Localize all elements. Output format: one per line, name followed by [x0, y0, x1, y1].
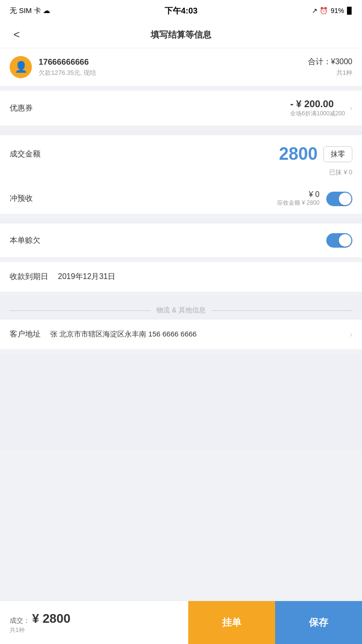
deal-amount-right: 2800 抹零 — [279, 144, 352, 164]
due-date-value: 2019年12月31日 — [58, 272, 115, 282]
separator-2 — [0, 219, 362, 224]
debit-toggle-knob — [339, 234, 351, 247]
divider-line-left — [10, 310, 151, 311]
coupon-amount: - ¥ 200.00 — [290, 98, 345, 110]
debit-section: 本单赊欠 — [0, 224, 362, 257]
debit-row: 本单赊欠 — [0, 224, 362, 257]
due-date-row: 收款到期日 2019年12月31日 — [0, 262, 362, 292]
status-right: ↗ ⏰ 91% ▉ — [312, 7, 352, 14]
deal-amount-label: 成交金额 — [10, 149, 41, 159]
bottom-summary: 成交： ¥ 2800 共1种 — [0, 611, 188, 634]
address-section: 客户地址 张 北京市市辖区海淀区永丰南 156 6666 6666 › — [0, 320, 362, 349]
debit-label: 本单赊欠 — [10, 236, 41, 246]
address-value: 张 北京市市辖区海淀区永丰南 156 6666 6666 — [50, 330, 350, 339]
nav-bar: < 填写结算等信息 — [0, 21, 362, 48]
customer-phone: 17666666666 — [39, 57, 96, 67]
chevron-right-icon: › — [350, 104, 352, 112]
address-row[interactable]: 客户地址 张 北京市市辖区海淀区永丰南 156 6666 6666 › — [0, 320, 362, 349]
prepay-right: ¥ 0 应收金额 ¥ 2800 — [277, 190, 352, 207]
round-button[interactable]: 抹零 — [323, 146, 352, 162]
coupon-right: - ¥ 200.00 全场6折满1000减200 › — [290, 98, 352, 118]
deal-amount-number: 2800 — [279, 144, 318, 164]
logistics-label: 物流 & 其他信息 — [156, 306, 205, 315]
prepay-label: 冲预收 — [10, 194, 33, 204]
coupon-section: 优惠券 - ¥ 200.00 全场6折满1000减200 › — [0, 91, 362, 126]
bottom-count: 共1种 — [10, 626, 179, 634]
coupon-label: 优惠券 — [10, 103, 33, 113]
due-date-section: 收款到期日 2019年12月31日 — [0, 262, 362, 292]
deal-amount-row: 成交金额 2800 抹零 — [0, 135, 362, 168]
already-rounded: 已抹 ¥ 0 — [0, 168, 362, 183]
toggle-knob — [339, 193, 351, 205]
coupon-desc: 全场6折满1000减200 — [290, 110, 345, 118]
separator-1 — [0, 130, 362, 135]
customer-total: 合计：¥3000 共1种 — [308, 57, 353, 77]
bottom-deal-label: 成交： — [10, 616, 30, 624]
prepay-toggle[interactable] — [326, 192, 352, 206]
debit-toggle[interactable] — [326, 233, 352, 248]
divider-line-right — [211, 310, 352, 311]
status-bar: 无 SIM 卡 ☁ 下午4:03 ↗ ⏰ 91% ▉ — [0, 0, 362, 21]
address-chevron-icon: › — [350, 330, 352, 339]
hang-button[interactable]: 挂单 — [188, 601, 275, 644]
status-time: 下午4:03 — [165, 5, 197, 16]
item-count: 共1种 — [308, 69, 353, 77]
save-button[interactable]: 保存 — [275, 601, 362, 644]
battery-level: 91% — [331, 7, 344, 14]
back-button[interactable]: < — [10, 25, 24, 45]
battery-bar: ▉ — [347, 7, 352, 14]
page-title: 填写结算等信息 — [151, 29, 211, 41]
address-label: 客户地址 — [10, 329, 41, 339]
avatar: 👤 — [10, 56, 32, 78]
prepay-row: 冲预收 ¥ 0 应收金额 ¥ 2800 — [0, 183, 362, 214]
customer-left: 👤 17666666666 欠款1276.35元, 现结 — [10, 56, 96, 78]
bottom-deal-line: 成交： ¥ 2800 — [10, 611, 179, 626]
logistics-divider: 物流 & 其他信息 — [0, 301, 362, 320]
customer-card: 👤 17666666666 欠款1276.35元, 现结 合计：¥3000 共1… — [0, 48, 362, 86]
separator-4 — [0, 354, 362, 450]
main-content: 👤 17666666666 欠款1276.35元, 现结 合计：¥3000 共1… — [0, 48, 362, 499]
sim-status: 无 SIM 卡 ☁ — [10, 6, 50, 15]
battery-icon: ↗ ⏰ — [312, 7, 328, 14]
prepay-info: ¥ 0 应收金额 ¥ 2800 — [277, 190, 320, 207]
coupon-row[interactable]: 优惠券 - ¥ 200.00 全场6折满1000减200 › — [0, 91, 362, 126]
due-date-label: 收款到期日 — [10, 272, 48, 282]
customer-debt: 欠款1276.35元, 现结 — [39, 69, 96, 77]
bottom-bar: 成交： ¥ 2800 共1种 挂单 保存 — [0, 601, 362, 644]
prepay-desc: 应收金额 ¥ 2800 — [277, 199, 320, 207]
prepay-amount: ¥ 0 — [277, 190, 320, 199]
deal-amount-section: 成交金额 2800 抹零 已抹 ¥ 0 冲预收 ¥ 0 应收金额 ¥ 2800 — [0, 135, 362, 214]
status-left: 无 SIM 卡 ☁ — [10, 6, 50, 15]
customer-info: 17666666666 欠款1276.35元, 现结 — [39, 57, 96, 77]
separator-3 — [0, 296, 362, 301]
bottom-amount: ¥ 2800 — [32, 611, 70, 626]
total-amount: 合计：¥3000 — [308, 57, 353, 67]
